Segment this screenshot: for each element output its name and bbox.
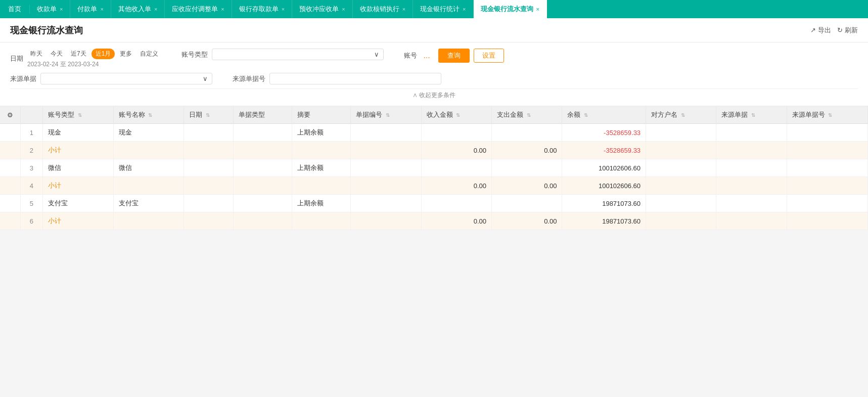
cell-1-5 xyxy=(234,142,292,159)
th-balance[interactable]: 余额 ⇅ xyxy=(562,106,646,124)
source-doc-no-label: 来源单据号 xyxy=(233,74,265,83)
export-button[interactable]: ↗ 导出 xyxy=(810,26,831,35)
th-counterpart[interactable]: 对方户名 ⇅ xyxy=(646,106,716,124)
th-source-doc-no[interactable]: 来源单据号 ⇅ xyxy=(787,106,867,124)
th-index xyxy=(20,106,43,124)
th-source-doc[interactable]: 来源单据 ⇅ xyxy=(716,106,787,124)
tab-close-icon-8[interactable]: × xyxy=(536,6,539,12)
th-account-name[interactable]: 账号名称 ⇅ xyxy=(113,106,184,124)
cell-3-7 xyxy=(351,177,421,195)
nav-tab-4[interactable]: 银行存取款单× xyxy=(232,0,292,18)
tab-close-icon-5[interactable]: × xyxy=(342,6,345,12)
cell-1-13 xyxy=(787,142,867,159)
table-row: 1现金现金上期余额-3528659.33 xyxy=(0,124,868,142)
cell-0-2: 现金 xyxy=(43,124,113,142)
cell-1-11 xyxy=(646,142,716,159)
page-title: 现金银行流水查询 xyxy=(10,24,83,36)
source-doc-no-input[interactable] xyxy=(269,73,441,84)
account-type-filter-group: 账号类型 ∨ xyxy=(181,49,384,60)
date-yesterday[interactable]: 昨天 xyxy=(27,49,45,59)
cell-0-12 xyxy=(716,124,787,142)
cell-3-3 xyxy=(113,177,184,195)
nav-tab-1[interactable]: 付款单× xyxy=(70,0,111,18)
nav-home[interactable]: 首页 xyxy=(0,5,30,14)
th-account-type[interactable]: 账号类型 ⇅ xyxy=(43,106,113,124)
cell-0-5 xyxy=(234,124,292,142)
cell-1-3 xyxy=(113,142,184,159)
source-doc-select[interactable]: ∨ xyxy=(40,73,212,84)
nav-tab-8[interactable]: 现金银行流水查询× xyxy=(474,0,547,18)
cell-3-1: 4 xyxy=(20,177,43,195)
cell-5-3 xyxy=(113,212,184,230)
th-settings[interactable]: ⚙ xyxy=(0,106,20,124)
cell-0-0 xyxy=(0,124,20,142)
nav-tab-3[interactable]: 应收应付调整单× xyxy=(165,0,232,18)
tab-close-icon-7[interactable]: × xyxy=(463,6,466,12)
cell-5-7 xyxy=(351,212,421,230)
cell-4-4 xyxy=(184,195,234,212)
cell-5-11 xyxy=(646,212,716,230)
cell-2-0 xyxy=(0,159,20,177)
th-date[interactable]: 日期 ⇅ xyxy=(184,106,234,124)
cell-1-1: 2 xyxy=(20,142,43,159)
th-expense[interactable]: 支出金额 ⇅ xyxy=(492,106,562,124)
cell-4-7 xyxy=(351,195,421,212)
cell-4-5 xyxy=(234,195,292,212)
cell-3-4 xyxy=(184,177,234,195)
cell-2-9 xyxy=(492,159,562,177)
account-dots-button[interactable]: ... xyxy=(423,51,430,60)
cell-3-9: 0.00 xyxy=(492,177,562,195)
tab-close-icon-0[interactable]: × xyxy=(60,6,63,12)
date-1month[interactable]: 近1月 xyxy=(92,49,115,59)
cell-2-1: 3 xyxy=(20,159,43,177)
cell-1-8: 0.00 xyxy=(421,142,491,159)
settings-button[interactable]: 设置 xyxy=(474,49,504,63)
top-navigation: 首页 收款单×付款单×其他收入单×应收应付调整单×银行存取款单×预收冲应收单×收… xyxy=(0,0,868,18)
nav-tab-5[interactable]: 预收冲应收单× xyxy=(292,0,352,18)
cell-2-10: 100102606.60 xyxy=(562,159,646,177)
nav-tab-6[interactable]: 收款核销执行× xyxy=(353,0,413,18)
nav-tab-2[interactable]: 其他收入单× xyxy=(111,0,165,18)
cell-5-9: 0.00 xyxy=(492,212,562,230)
cell-1-7 xyxy=(351,142,421,159)
cell-4-0 xyxy=(0,195,20,212)
table-row: 4小计0.000.00100102606.60 xyxy=(0,177,868,195)
th-income[interactable]: 收入金额 ⇅ xyxy=(421,106,491,124)
account-type-label: 账号类型 xyxy=(181,50,208,59)
tab-close-icon-4[interactable]: × xyxy=(282,6,285,12)
cell-4-13 xyxy=(787,195,867,212)
cell-4-6: 上期余额 xyxy=(292,195,351,212)
th-doc-no[interactable]: 单据编号 ⇅ xyxy=(351,106,421,124)
date-more[interactable]: 更多 xyxy=(117,49,135,59)
cell-0-8 xyxy=(421,124,491,142)
nav-tab-7[interactable]: 现金银行统计× xyxy=(413,0,473,18)
cell-2-4 xyxy=(184,159,234,177)
cell-4-3: 支付宝 xyxy=(113,195,184,212)
tab-close-icon-1[interactable]: × xyxy=(100,6,103,12)
page-header: 现金银行流水查询 ↗ 导出 ↻ 刷新 xyxy=(0,18,868,42)
export-icon: ↗ xyxy=(810,26,816,34)
nav-tab-0[interactable]: 收款单× xyxy=(30,0,70,18)
cell-0-7 xyxy=(351,124,421,142)
query-button[interactable]: 查询 xyxy=(438,49,470,63)
date-7days[interactable]: 近7天 xyxy=(68,49,89,59)
refresh-button[interactable]: ↻ 刷新 xyxy=(837,26,858,35)
tab-close-icon-6[interactable]: × xyxy=(402,6,405,12)
table-row: 3微信微信上期余额100102606.60 xyxy=(0,159,868,177)
cell-3-2: 小计 xyxy=(43,177,113,195)
cell-3-12 xyxy=(716,177,787,195)
collapse-bar[interactable]: ∧ 收起更多条件 xyxy=(10,89,858,102)
cell-5-13 xyxy=(787,212,867,230)
tab-close-icon-3[interactable]: × xyxy=(221,6,224,12)
filter-row-2: 来源单据 ∨ 来源单据号 xyxy=(10,73,858,84)
source-doc-label: 来源单据 xyxy=(10,74,36,83)
tab-close-icon-2[interactable]: × xyxy=(154,6,157,12)
cell-2-11 xyxy=(646,159,716,177)
cell-1-0 xyxy=(0,142,20,159)
cell-2-7 xyxy=(351,159,421,177)
date-today[interactable]: 今天 xyxy=(48,49,66,59)
date-custom[interactable]: 自定义 xyxy=(137,49,161,59)
cell-2-12 xyxy=(716,159,787,177)
account-type-select[interactable]: ∨ xyxy=(212,49,384,60)
cell-0-9 xyxy=(492,124,562,142)
